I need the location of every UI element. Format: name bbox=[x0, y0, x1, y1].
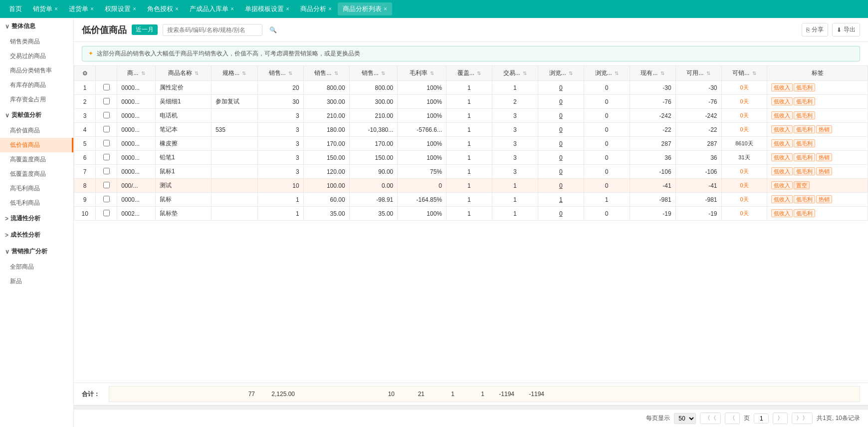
filter-tag-btn[interactable]: 近一月 bbox=[132, 24, 158, 35]
nav-item-进货单[interactable]: 进货单× bbox=[64, 2, 99, 15]
nav-close-销货单[interactable]: × bbox=[54, 5, 58, 12]
nav-item-权限设置[interactable]: 权限设置× bbox=[100, 2, 141, 15]
total-cell-10: -1194 bbox=[488, 389, 518, 400]
row-checkbox[interactable] bbox=[103, 98, 110, 104]
browse1-link[interactable]: 0 bbox=[559, 98, 563, 105]
sidebar-item-高价值商品[interactable]: 高价值商品 bbox=[0, 123, 73, 138]
export-button[interactable]: ⬇ 导出 bbox=[832, 23, 860, 36]
tag-低收入: 低收入 bbox=[771, 153, 793, 161]
row-checkbox[interactable] bbox=[103, 196, 110, 202]
col-header-spec[interactable]: 规格... ⇅ bbox=[211, 66, 257, 81]
col-header-sale_price[interactable]: 销售... ⇅ bbox=[303, 66, 349, 81]
row-browse1: 0 bbox=[538, 95, 584, 109]
col-header-trade[interactable]: 交易... ⇅ bbox=[492, 66, 538, 81]
browse1-link[interactable]: 0 bbox=[559, 84, 563, 91]
browse1-link[interactable]: 0 bbox=[559, 112, 563, 119]
sidebar-item-新品[interactable]: 新品 bbox=[0, 274, 73, 289]
sidebar-group-贡献值分析[interactable]: ∨贡献值分析 bbox=[0, 107, 73, 123]
browse1-link[interactable]: 0 bbox=[559, 182, 563, 189]
row-checkbox-cell bbox=[96, 207, 117, 221]
total-cell-0 bbox=[109, 389, 209, 400]
col-header-saleable[interactable]: 可销... ⇅ bbox=[721, 66, 767, 81]
col-header-coverage[interactable]: 覆盖... ⇅ bbox=[446, 66, 492, 81]
share-button[interactable]: ⎘ 分享 bbox=[802, 23, 828, 36]
sidebar-item-低价值商品[interactable]: 低价值商品 bbox=[0, 138, 73, 152]
col-header-current_stock[interactable]: 现有... ⇅ bbox=[630, 66, 675, 81]
nav-item-角色授权[interactable]: 角色授权× bbox=[142, 2, 184, 15]
total-cell-1 bbox=[209, 389, 239, 400]
row-checkbox[interactable] bbox=[103, 182, 110, 188]
col-header-gross_rate[interactable]: 毛利率 ⇅ bbox=[398, 66, 446, 81]
browse1-link[interactable]: 0 bbox=[559, 168, 563, 175]
sidebar-item-全部商品[interactable]: 全部商品 bbox=[0, 260, 73, 274]
row-available: 287 bbox=[675, 137, 721, 151]
total-cell-11: -1194 bbox=[518, 389, 548, 400]
banner-text: 这部分商品的销售收入大幅低于商品平均销售收入，价值不高，可考虑调整营销策略，或是… bbox=[97, 50, 360, 57]
sidebar-group-流通性分析[interactable]: >流通性分析 bbox=[0, 210, 73, 227]
sidebar-item-商品分类销售率[interactable]: 商品分类销售率 bbox=[0, 63, 73, 78]
last-page-btn[interactable]: 〉〉 bbox=[792, 413, 813, 424]
page-input[interactable] bbox=[754, 414, 769, 424]
sidebar-item-低毛利商品[interactable]: 低毛利商品 bbox=[0, 196, 73, 210]
sidebar-group-成长性分析[interactable]: >成长性分析 bbox=[0, 227, 73, 243]
nav-close-商品分析列表[interactable]: × bbox=[384, 5, 387, 12]
row-coverage: 1 bbox=[446, 207, 492, 221]
sidebar-group-整体信息[interactable]: ∨整体信息 bbox=[0, 18, 73, 34]
nav-item-销货单[interactable]: 销货单× bbox=[28, 2, 63, 15]
row-checkbox[interactable] bbox=[103, 84, 110, 90]
browse1-link[interactable]: 0 bbox=[559, 154, 563, 161]
row-checkbox[interactable] bbox=[103, 140, 110, 146]
row-checkbox[interactable] bbox=[103, 112, 110, 118]
browse1-link[interactable]: 0 bbox=[559, 126, 563, 133]
row-saleable-days: 0天 bbox=[721, 123, 767, 137]
row-spec bbox=[211, 137, 257, 151]
sidebar-item-有库存的商品[interactable]: 有库存的商品 bbox=[0, 78, 73, 92]
col-header-browse2[interactable]: 浏览... ⇅ bbox=[584, 66, 630, 81]
nav-close-商品分析[interactable]: × bbox=[328, 5, 332, 12]
page-size-select[interactable]: 50 bbox=[674, 413, 696, 424]
table-row: 100002...鼠标垫135.0035.00100%1100-19-190天低… bbox=[74, 207, 868, 221]
sidebar-item-交易过的商品[interactable]: 交易过的商品 bbox=[0, 49, 73, 63]
nav-item-产成品入库单[interactable]: 产成品入库单× bbox=[185, 2, 239, 15]
sidebar-item-高毛利商品[interactable]: 高毛利商品 bbox=[0, 181, 73, 196]
total-cell-3: 2,125.00 bbox=[259, 389, 299, 400]
first-page-btn[interactable]: 〈〈 bbox=[700, 413, 721, 424]
nav-item-商品分析列表[interactable]: 商品分析列表× bbox=[338, 2, 392, 15]
nav-close-单据模板设置[interactable]: × bbox=[286, 5, 289, 12]
nav-item-商品分析[interactable]: 商品分析× bbox=[295, 2, 337, 15]
col-header-sale_amount[interactable]: 销售... ⇅ bbox=[349, 66, 398, 81]
col-header-browse1[interactable]: 浏览... ⇅ bbox=[538, 66, 584, 81]
sidebar-item-低覆盖度商品[interactable]: 低覆盖度商品 bbox=[0, 167, 73, 181]
col-header-code[interactable]: 商... ⇅ bbox=[117, 66, 156, 81]
col-header-available[interactable]: 可用... ⇅ bbox=[675, 66, 721, 81]
sidebar-group-营销推广分析[interactable]: ∨营销推广分析 bbox=[0, 243, 73, 260]
browse1-link[interactable]: 1 bbox=[559, 196, 563, 203]
search-input[interactable] bbox=[163, 24, 262, 36]
browse1-link[interactable]: 0 bbox=[559, 210, 563, 217]
row-gross-rate: 100% bbox=[398, 95, 446, 109]
nav-close-进货单[interactable]: × bbox=[90, 5, 94, 12]
nav-close-权限设置[interactable]: × bbox=[133, 5, 136, 12]
nav-item-单据模板设置[interactable]: 单据模板设置× bbox=[240, 2, 294, 15]
nav-close-产成品入库单[interactable]: × bbox=[230, 5, 234, 12]
sidebar-item-库存资金占用[interactable]: 库存资金占用 bbox=[0, 92, 73, 107]
row-sale-price: 210.00 bbox=[303, 109, 349, 123]
row-tags: 低收入低毛利 bbox=[767, 81, 868, 95]
prev-page-btn[interactable]: 〈 bbox=[725, 413, 740, 424]
browse1-link[interactable]: 0 bbox=[559, 140, 563, 147]
next-page-btn[interactable]: 〉 bbox=[773, 413, 788, 424]
sidebar-item-销售类商品[interactable]: 销售类商品 bbox=[0, 34, 73, 49]
col-header-sale_qty[interactable]: 销售... ⇅ bbox=[257, 66, 303, 81]
nav-close-角色授权[interactable]: × bbox=[175, 5, 179, 12]
row-checkbox[interactable] bbox=[103, 126, 110, 132]
row-checkbox[interactable] bbox=[103, 168, 110, 174]
sidebar-item-高覆盖度商品[interactable]: 高覆盖度商品 bbox=[0, 152, 73, 167]
row-gross-rate: 100% bbox=[398, 151, 446, 165]
row-checkbox[interactable] bbox=[103, 210, 110, 216]
nav-item-首页[interactable]: 首页 bbox=[4, 2, 27, 15]
row-checkbox[interactable] bbox=[103, 154, 110, 160]
row-saleable-days: 0天 bbox=[721, 179, 767, 193]
col-header-name[interactable]: 商品名称 ⇅ bbox=[155, 66, 211, 81]
search-icon[interactable]: 🔍 bbox=[269, 26, 277, 33]
horizontal-scrollbar[interactable] bbox=[74, 405, 868, 409]
